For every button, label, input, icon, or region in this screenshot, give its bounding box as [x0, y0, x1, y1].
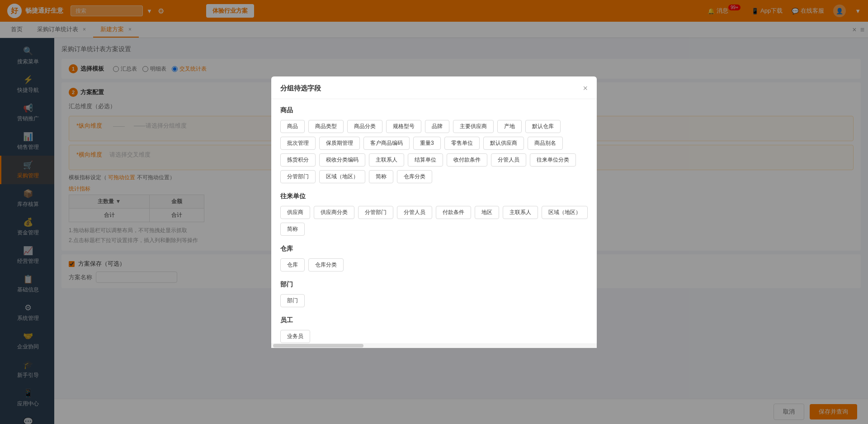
field-tag[interactable]: 客户商品编码: [363, 137, 410, 150]
field-tag[interactable]: 主联系人: [369, 153, 404, 167]
field-tag[interactable]: 付款条件: [436, 206, 471, 219]
field-tag[interactable]: 供应商: [280, 206, 310, 219]
field-tag[interactable]: 结算单位: [408, 153, 443, 167]
field-tag[interactable]: 往来单位分类: [530, 153, 576, 167]
field-tag[interactable]: 拣货积分: [280, 153, 316, 167]
field-tag[interactable]: 商品分类: [347, 120, 382, 133]
field-tag[interactable]: 主要供应商: [453, 120, 494, 133]
modal-dialog: 分组待选字段 × 商品商品商品类型商品分类规格型号品牌主要供应商产地默认仓库批次…: [271, 76, 597, 348]
field-tag[interactable]: 保质期管理: [319, 137, 360, 150]
field-tag[interactable]: 收付款条件: [447, 153, 487, 167]
field-tag[interactable]: 批次管理: [280, 137, 316, 150]
field-tag[interactable]: 分管部门: [280, 170, 316, 183]
field-tag[interactable]: 重量3: [413, 137, 441, 150]
field-tag[interactable]: 分管部门: [358, 206, 393, 219]
modal-body: 商品商品商品类型商品分类规格型号品牌主要供应商产地默认仓库批次管理保质期管理客户…: [271, 99, 597, 343]
field-tags: 业务员: [280, 330, 588, 343]
field-tag[interactable]: 区域（地区）: [542, 206, 588, 219]
modal-title: 分组待选字段: [280, 84, 321, 93]
field-group-title: 员工: [280, 316, 588, 324]
field-group-title: 往来单位: [280, 192, 588, 200]
field-tag[interactable]: 简称: [280, 223, 305, 236]
field-tag[interactable]: 仓库: [280, 258, 305, 272]
field-tag[interactable]: 简称: [369, 170, 393, 183]
field-tag[interactable]: 分管人员: [397, 206, 432, 219]
field-tag[interactable]: 零售单位: [444, 137, 480, 150]
field-group-title: 商品: [280, 106, 588, 114]
field-tag[interactable]: 税收分类编码: [319, 153, 365, 167]
field-group-title: 部门: [280, 281, 588, 289]
field-tags: 部门: [280, 294, 588, 307]
field-tag[interactable]: 业务员: [280, 330, 310, 343]
field-tag[interactable]: 主联系人: [503, 206, 538, 219]
field-tag[interactable]: 商品类型: [308, 120, 344, 133]
field-tag[interactable]: 品牌: [425, 120, 449, 133]
field-group-部门: 部门部门: [280, 281, 588, 307]
field-tag[interactable]: 默认供应商: [483, 137, 524, 150]
field-tag[interactable]: 供应商分类: [314, 206, 354, 219]
field-tag[interactable]: 默认仓库: [525, 120, 561, 133]
modal-horizontal-scrollbar[interactable]: [271, 343, 597, 348]
field-group-title: 仓库: [280, 245, 588, 253]
field-group-仓库: 仓库仓库仓库分类: [280, 245, 588, 272]
field-tag[interactable]: 部门: [280, 294, 305, 307]
field-group-员工: 员工业务员: [280, 316, 588, 343]
field-tag[interactable]: 产地: [497, 120, 522, 133]
field-tag[interactable]: 仓库分类: [308, 258, 344, 272]
field-tag[interactable]: 商品: [280, 120, 305, 133]
horizontal-scrollbar-thumb[interactable]: [273, 344, 363, 348]
field-tags: 供应商供应商分类分管部门分管人员付款条件地区主联系人区域（地区）简称: [280, 206, 588, 236]
field-tag[interactable]: 规格型号: [386, 120, 421, 133]
field-group-商品: 商品商品商品类型商品分类规格型号品牌主要供应商产地默认仓库批次管理保质期管理客户…: [280, 106, 588, 183]
field-group-往来单位: 往来单位供应商供应商分类分管部门分管人员付款条件地区主联系人区域（地区）简称: [280, 192, 588, 236]
field-tag[interactable]: 地区: [475, 206, 499, 219]
field-tag[interactable]: 区域（地区）: [319, 170, 365, 183]
field-tag[interactable]: 仓库分类: [397, 170, 432, 183]
field-tag[interactable]: 分管人员: [491, 153, 526, 167]
modal-close-button[interactable]: ×: [583, 84, 588, 93]
field-tags: 商品商品类型商品分类规格型号品牌主要供应商产地默认仓库批次管理保质期管理客户商品…: [280, 120, 588, 183]
field-tags: 仓库仓库分类: [280, 258, 588, 272]
field-tag[interactable]: 商品别名: [528, 137, 563, 150]
modal-header: 分组待选字段 ×: [271, 76, 597, 99]
modal-overlay: 分组待选字段 × 商品商品商品类型商品分类规格型号品牌主要供应商产地默认仓库批次…: [0, 0, 868, 424]
